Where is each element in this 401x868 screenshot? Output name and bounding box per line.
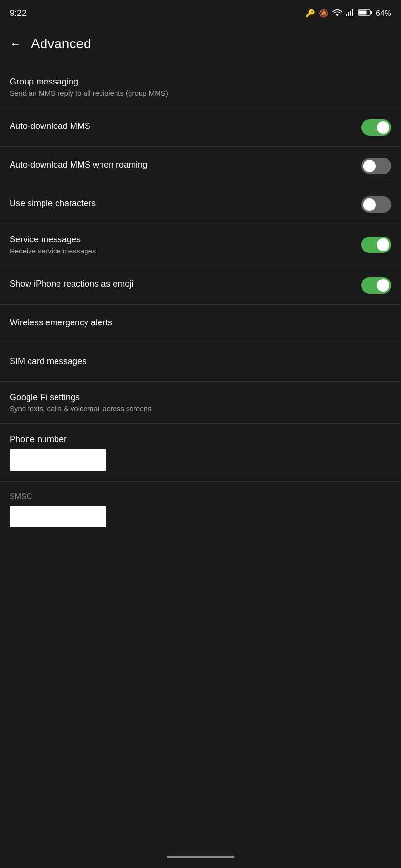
setting-text: Google Fi settings Sync texts, calls & v… [10,392,391,413]
svg-rect-2 [350,11,351,16]
phone-number-label: Phone number [10,434,391,445]
setting-item-sim-card-messages[interactable]: SIM card messages [0,343,401,381]
toggle-auto-download-mms-roaming[interactable] [361,158,391,174]
page-title: Advanced [31,36,91,52]
toggle-service-messages[interactable] [361,237,391,253]
mute-icon: 🔕 [319,9,329,18]
bottom-nav-bar [0,850,401,868]
setting-text: Use simple characters [10,198,361,210]
setting-text: SIM card messages [10,356,391,368]
setting-title-service-messages: Service messages [10,235,361,245]
setting-item-wireless-emergency-alerts[interactable]: Wireless emergency alerts [0,304,401,343]
setting-text: Show iPhone reactions as emoji [10,279,361,291]
setting-text: Auto-download MMS [10,121,361,133]
toggle-show-iphone-reactions[interactable] [361,277,391,294]
status-time: 9:22 [10,8,27,18]
battery-icon [358,9,372,18]
setting-title-wireless-emergency-alerts: Wireless emergency alerts [10,318,391,328]
wifi-icon [332,9,342,18]
header: ← Advanced [0,27,401,66]
nav-indicator [167,856,234,858]
setting-subtitle-service-messages: Receive service messages [10,247,361,255]
status-bar: 9:22 🔑 🔕 64% [0,0,401,27]
phone-number-input[interactable] [10,449,106,471]
status-icons: 🔑 🔕 64% [305,9,391,18]
setting-text: Auto-download MMS when roaming [10,160,361,172]
setting-item-group-messaging[interactable]: Group messaging Send an MMS reply to all… [0,66,401,108]
key-icon: 🔑 [305,9,315,18]
setting-item-auto-download-mms[interactable]: Auto-download MMS [0,108,401,146]
setting-item-show-iphone-reactions[interactable]: Show iPhone reactions as emoji [0,266,401,304]
setting-title-show-iphone-reactions: Show iPhone reactions as emoji [10,279,361,289]
smsc-input[interactable] [10,506,106,527]
setting-title-google-fi-settings: Google Fi settings [10,392,391,403]
setting-text: Wireless emergency alerts [10,318,391,330]
setting-title-auto-download-mms: Auto-download MMS [10,121,361,131]
setting-title-auto-download-mms-roaming: Auto-download MMS when roaming [10,160,361,170]
setting-subtitle-google-fi-settings: Sync texts, calls & voicemail across scr… [10,405,391,413]
phone-number-section: Phone number [0,423,401,481]
setting-title-use-simple-characters: Use simple characters [10,198,361,209]
setting-text: Group messaging Send an MMS reply to all… [10,77,391,97]
setting-item-auto-download-mms-roaming[interactable]: Auto-download MMS when roaming [0,146,401,185]
svg-rect-5 [370,11,372,14]
back-button[interactable]: ← [10,37,21,51]
setting-text: Service messages Receive service message… [10,235,361,255]
setting-item-google-fi-settings[interactable]: Google Fi settings Sync texts, calls & v… [0,381,401,423]
svg-rect-0 [346,14,347,16]
svg-rect-3 [352,9,353,16]
settings-list: Group messaging Send an MMS reply to all… [0,66,401,538]
toggle-use-simple-characters[interactable] [361,196,391,213]
toggle-auto-download-mms[interactable] [361,119,391,136]
svg-rect-6 [359,10,366,14]
signal-icon [346,9,355,18]
setting-title-group-messaging: Group messaging [10,77,391,87]
smsc-section: SMSC [0,481,401,538]
setting-title-sim-card-messages: SIM card messages [10,356,391,366]
setting-item-service-messages[interactable]: Service messages Receive service message… [0,224,401,266]
setting-item-use-simple-characters[interactable]: Use simple characters [0,185,401,224]
setting-subtitle-group-messaging: Send an MMS reply to all recipients (gro… [10,89,391,97]
svg-rect-1 [348,12,349,16]
smsc-label: SMSC [10,492,391,501]
battery-percent: 64% [376,9,391,18]
